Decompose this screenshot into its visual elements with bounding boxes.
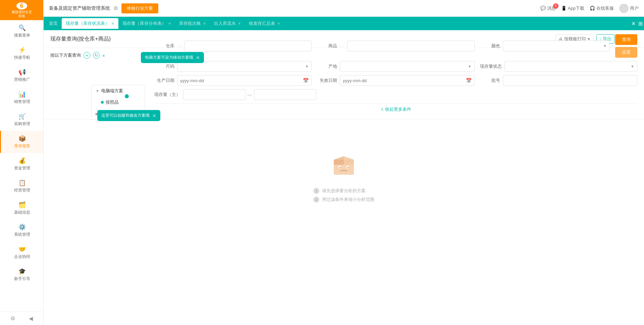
sidebar-item-system[interactable]: ⚙️ 系统管理	[0, 219, 43, 241]
svg-point-4	[347, 167, 349, 168]
tab-inventory-dist[interactable]: 现存量（库存分布表） ✕	[118, 18, 175, 29]
page-title: 现存量查询(按仓库+商品)	[50, 36, 111, 43]
tab-close-inventory-batch[interactable]: ✕	[203, 21, 206, 26]
sidebar-item-operations[interactable]: 📋 经营管理	[0, 175, 43, 197]
inventory-status-select[interactable]: ▼	[504, 61, 637, 72]
sidebar-item-enterprise[interactable]: 🤝 企业协同	[0, 241, 43, 264]
empty-step-2: 2 用过滤条件来缩小分析范围	[313, 195, 374, 204]
product-label: 商品	[317, 43, 337, 49]
step-2-number: 2	[313, 197, 319, 203]
user-avatar	[619, 4, 629, 13]
manufacture-date-text[interactable]	[180, 78, 303, 83]
inventory-main-from[interactable]	[183, 89, 246, 100]
footer-settings-btn[interactable]: ⚙	[10, 315, 15, 322]
sidebar-item-search[interactable]: 🔍 搜索菜单	[0, 20, 43, 42]
support-icon: 🎧	[590, 6, 595, 11]
app-logo: 6 畅捷通好生意 标版	[0, 0, 43, 20]
filter-back-btn[interactable]: «	[102, 53, 105, 58]
system-title: 装备及固定资产辅助管理系统	[49, 5, 110, 11]
search-btn[interactable]: 查询	[615, 34, 637, 45]
connector-dot	[125, 94, 129, 98]
scheme-tree-item-desktop[interactable]: ▼ 电脑端方案	[92, 85, 145, 97]
tab-receive-send[interactable]: 收发存汇总表 ✕	[245, 18, 284, 29]
system-icon: ⚙️	[18, 223, 26, 231]
operations-icon: 📋	[18, 179, 26, 186]
sidebar-nav: 🔍 搜索菜单 ⚡ 快捷导航 📢 营销推广 📊 销售管理 🛒 采购管理 📦 库存核…	[0, 20, 43, 312]
tab-bar-actions: ✕ ⊞	[631, 20, 643, 27]
step-1-number: 1	[313, 188, 319, 194]
sales-icon: 📊	[18, 91, 26, 98]
tab-inventory-flow[interactable]: 出入库流水 ✕	[210, 18, 245, 29]
experience-btn[interactable]: 体验行业方案	[121, 3, 158, 13]
sidebar-item-guide[interactable]: 🎓 新手引导	[0, 264, 43, 286]
origin-select[interactable]: ▼	[340, 61, 474, 72]
notification-icon: 💬	[540, 6, 546, 11]
sidebar-item-quick-nav[interactable]: ⚡ 快捷导航	[0, 42, 43, 64]
guide-icon: 🎓	[18, 268, 26, 275]
filter-row-inventory-main: 现存量（主） —	[154, 89, 316, 100]
filter-area: 按以下方案查询 + ↻ « ▼ 电脑端方案 按照品 ▶ 移动端方案	[44, 48, 644, 119]
tab-inventory-batch[interactable]: 库存批次账 ✕	[175, 18, 210, 29]
sidebar-item-inventory[interactable]: 📦 库存核算	[0, 131, 43, 153]
manufacture-date-label: 生产日期	[154, 77, 174, 84]
marketing-icon: 📢	[18, 68, 26, 76]
empty-step-1: 1 请先选择要分析的方案	[313, 186, 374, 195]
expiry-date-input[interactable]: 📅	[340, 75, 474, 86]
finance-icon: 💰	[18, 157, 26, 164]
warehouse-input[interactable]	[184, 41, 312, 51]
online-support-item[interactable]: 🎧 在线客服	[590, 5, 614, 11]
manufacture-date-input[interactable]: 📅	[177, 75, 312, 86]
collapse-bar[interactable]: ∧ 收起更多条件	[154, 103, 637, 115]
inventory-icon: 📦	[18, 135, 26, 142]
footer-collapse-btn[interactable]: ◀	[29, 315, 33, 322]
reset-btn[interactable]: 设置	[615, 47, 637, 58]
logo-icon: 6	[16, 2, 27, 9]
main-area: 装备及固定资产辅助管理系统 ⚙ 体验行业方案 💬 6 消息 📱 App下载 🎧 …	[44, 0, 644, 325]
origin-label: 产地	[317, 63, 337, 69]
expand-icon: ▼	[96, 89, 99, 93]
sidebar-item-marketing[interactable]: 📢 营销推广	[0, 64, 43, 87]
base-info-icon: 🗂️	[18, 201, 26, 209]
tab-close-inventory-dist[interactable]: ✕	[168, 21, 171, 26]
notification-badge: 6	[553, 3, 558, 9]
sidebar-item-sales[interactable]: 📊 销售管理	[0, 87, 43, 109]
filter-refresh-btn[interactable]: ↻	[93, 52, 100, 59]
product-input[interactable]	[347, 41, 475, 51]
tab-close-receive-send[interactable]: ✕	[277, 21, 280, 26]
origin-dropdown-icon: ▼	[468, 64, 472, 68]
filter-add-btn[interactable]: +	[84, 52, 90, 59]
scheme-tooltip-1-close[interactable]: ✕	[196, 55, 200, 60]
expiry-date-label: 失效日期	[317, 77, 337, 84]
filter-row-inventory-status: 现存量状态 ▼	[480, 61, 637, 72]
tab-close-inventory-flow[interactable]: ✕	[238, 21, 241, 26]
notification-item[interactable]: 💬 6 消息	[540, 5, 556, 11]
scheme-tooltip-2: 这里可以创建和修改方案哦 ✕	[97, 110, 160, 121]
expiry-date-text[interactable]	[343, 78, 466, 83]
scheme-tree-item-product[interactable]: 按照品	[92, 97, 145, 108]
tab-inventory-status[interactable]: 现存量（库存状况表） ✕	[62, 18, 118, 29]
inventory-main-to[interactable]	[254, 89, 316, 100]
range-dash: —	[248, 92, 252, 97]
filter-row-color: 颜色 ▼ 查询 设置	[480, 34, 637, 58]
settings-icon[interactable]: ⚙	[113, 5, 118, 11]
scheme-tooltip-2-close[interactable]: ✕	[152, 113, 156, 118]
batch-no-input[interactable]	[503, 75, 637, 86]
sidebar-item-finance[interactable]: 💰 资金管理	[0, 153, 43, 175]
warehouse-dots[interactable]: ···	[177, 43, 181, 49]
tab-close-inventory-status[interactable]: ✕	[111, 21, 114, 26]
scheme-tooltip-1: 电脑方案可设为移动方案哦 ✕	[141, 52, 204, 63]
color-select[interactable]: ▼	[503, 41, 610, 51]
filter-grid-wrapper: 仓库 ··· 商品 ··· 颜色 ▼	[154, 34, 637, 100]
expiry-date-calendar-icon[interactable]: 📅	[466, 78, 472, 83]
tab-shrink-btn[interactable]: ✕	[631, 20, 636, 27]
purchase-icon: 🛒	[18, 113, 26, 120]
app-download-item[interactable]: 📱 App下载	[561, 5, 584, 11]
manufacture-date-calendar-icon[interactable]: 📅	[303, 78, 309, 83]
product-dots[interactable]: ···	[340, 43, 344, 49]
user-item[interactable]: 用户	[619, 4, 639, 13]
header-left: 装备及固定资产辅助管理系统 ⚙ 体验行业方案	[49, 3, 158, 13]
tab-home[interactable]: 首页	[45, 18, 62, 29]
sidebar-item-base-info[interactable]: 🗂️ 基础信息	[0, 197, 43, 219]
tab-expand-btn[interactable]: ⊞	[638, 20, 643, 27]
sidebar-item-purchase[interactable]: 🛒 采购管理	[0, 109, 43, 131]
